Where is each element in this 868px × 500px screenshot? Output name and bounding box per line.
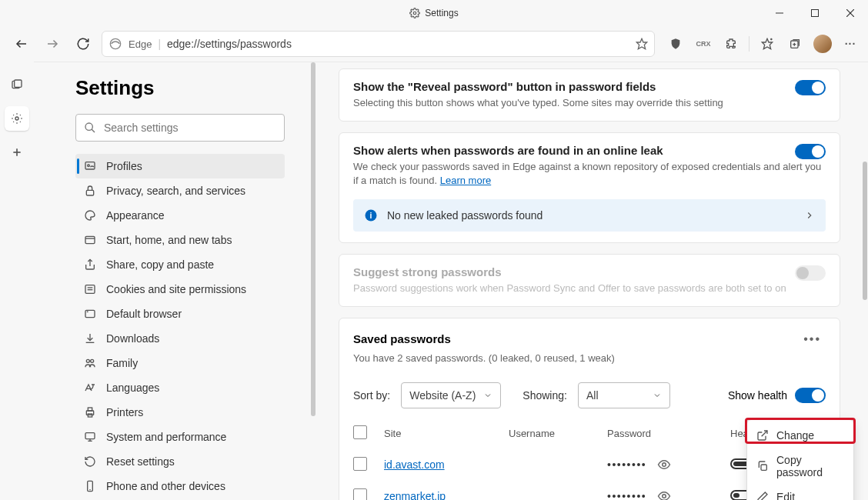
- extension-shield-icon[interactable]: [663, 32, 689, 56]
- row-checkbox[interactable]: [353, 457, 367, 471]
- profile-avatar[interactable]: [810, 32, 836, 56]
- toggle-show-health[interactable]: [795, 388, 826, 403]
- setting-desc: Password suggestions work when Password …: [353, 282, 826, 295]
- paint-icon: [83, 208, 97, 222]
- current-tab-icon[interactable]: [5, 106, 29, 131]
- sidebar-item-start[interactable]: Start, home, and new tabs: [75, 228, 285, 252]
- settings-content: Show the "Reveal password" button in pas…: [306, 62, 868, 500]
- download-icon: [83, 332, 97, 345]
- page-scrollbar[interactable]: [862, 162, 868, 454]
- reveal-icon[interactable]: [657, 489, 671, 500]
- search-input[interactable]: [104, 122, 276, 134]
- copy-icon: [756, 460, 769, 472]
- menu-edit[interactable]: Edit: [747, 485, 853, 500]
- favorites-icon[interactable]: [754, 32, 780, 56]
- setting-title: Suggest strong passwords: [353, 265, 826, 278]
- sidebar-item-privacy[interactable]: Privacy, search, and services: [75, 178, 285, 203]
- reset-icon: [83, 455, 97, 468]
- svg-marker-8: [636, 38, 646, 48]
- toggle-leak[interactable]: [795, 144, 826, 159]
- vertical-tab-strip: [0, 62, 34, 165]
- settings-sidebar: Settings Profiles Privacy, search, and s…: [34, 62, 306, 500]
- sidebar-item-label: Printers: [106, 406, 143, 418]
- sort-select[interactable]: Website (A-Z): [401, 382, 501, 408]
- svg-rect-37: [88, 408, 92, 411]
- sidebar-item-languages[interactable]: Languages: [75, 375, 285, 400]
- address-brand: Edge: [129, 38, 152, 50]
- showing-select[interactable]: All: [578, 382, 670, 408]
- back-button[interactable]: [9, 32, 34, 56]
- svg-text:i: i: [370, 210, 372, 219]
- col-site: Site: [384, 428, 506, 439]
- sidebar-item-profiles[interactable]: Profiles: [75, 154, 285, 178]
- language-icon: [83, 381, 97, 395]
- toolbar: Edge | edge://settings/passwords CRX ···: [0, 26, 868, 62]
- svg-point-35: [91, 359, 94, 362]
- lock-icon: [83, 184, 97, 198]
- sidebar-item-system[interactable]: System and performance: [75, 425, 285, 449]
- sidebar-item-label: Appearance: [106, 209, 165, 222]
- saved-summary: You have 2 saved passwords. (0 leaked, 0…: [339, 352, 840, 375]
- setting-leak-alerts: Show alerts when passwords are found in …: [339, 132, 840, 242]
- svg-line-21: [92, 129, 95, 132]
- sidebar-item-default[interactable]: Default browser: [75, 302, 285, 326]
- extension-crx-icon[interactable]: CRX: [690, 32, 716, 56]
- minimize-button[interactable]: [762, 0, 797, 26]
- svg-rect-16: [15, 80, 22, 87]
- address-bar[interactable]: Edge | edge://settings/passwords: [102, 31, 655, 57]
- password-mask: ••••••••: [607, 458, 646, 471]
- edge-logo-icon: [108, 37, 122, 51]
- learn-more-link[interactable]: Learn more: [440, 175, 491, 186]
- sidebar-item-appearance[interactable]: Appearance: [75, 203, 285, 228]
- setting-suggest-strong: Suggest strong passwords Password sugges…: [339, 254, 840, 307]
- svg-line-50: [762, 431, 767, 436]
- toggle-reveal[interactable]: [795, 80, 826, 95]
- password-mask: ••••••••: [607, 490, 646, 500]
- edit-icon: [756, 491, 769, 500]
- svg-point-48: [663, 463, 666, 467]
- collections-icon[interactable]: [782, 32, 808, 56]
- leak-info-bar[interactable]: i No new leaked passwords found: [353, 199, 826, 232]
- sidebar-item-label: Downloads: [106, 332, 159, 345]
- sidebar-item-phone[interactable]: Phone and other devices: [75, 474, 285, 498]
- reveal-icon[interactable]: [657, 458, 671, 472]
- chevron-right-icon: [804, 210, 815, 221]
- address-url: edge://settings/passwords: [167, 38, 292, 50]
- tab-actions-icon[interactable]: [5, 72, 29, 97]
- site-link[interactable]: zenmarket.jp: [384, 490, 446, 500]
- sidebar-item-label: System and performance: [106, 431, 226, 443]
- favorite-star-icon[interactable]: [636, 38, 648, 50]
- sidebar-item-cookies[interactable]: Cookies and site permissions: [75, 277, 285, 302]
- col-pass: Password: [607, 428, 727, 439]
- main-area: Settings Profiles Privacy, search, and s…: [34, 62, 868, 500]
- saved-more-menu[interactable]: •••: [799, 331, 826, 348]
- select-all-checkbox[interactable]: [353, 425, 367, 439]
- password-context-menu: Change Copy password Edit: [746, 419, 854, 500]
- extensions-icon[interactable]: [718, 32, 744, 56]
- chevron-down-icon: [483, 391, 492, 400]
- forward-button[interactable]: [40, 32, 65, 56]
- sidebar-item-label: Default browser: [106, 308, 182, 320]
- sidebar-item-label: Privacy, search, and services: [106, 185, 245, 197]
- setting-title: Show the "Reveal password" button in pas…: [353, 80, 826, 93]
- sidebar-item-reset[interactable]: Reset settings: [75, 449, 285, 474]
- refresh-button[interactable]: [71, 32, 95, 56]
- maximize-button[interactable]: [797, 0, 833, 26]
- sidebar-item-family[interactable]: Family: [75, 351, 285, 375]
- svg-point-23: [88, 165, 90, 167]
- menu-change[interactable]: Change: [747, 423, 853, 448]
- row-checkbox[interactable]: [353, 488, 367, 500]
- sidebar-item-printers[interactable]: Printers: [75, 400, 285, 425]
- setting-desc: We check your passwords saved in Edge ag…: [353, 160, 826, 188]
- close-button[interactable]: [833, 0, 868, 26]
- new-tab-icon[interactable]: [5, 140, 29, 165]
- site-link[interactable]: id.avast.com: [384, 458, 445, 471]
- sidebar-item-share[interactable]: Share, copy and paste: [75, 252, 285, 277]
- search-settings[interactable]: [75, 114, 285, 142]
- open-icon: [756, 429, 769, 442]
- more-menu-icon[interactable]: ···: [837, 32, 863, 56]
- sidebar-item-label: Profiles: [106, 160, 142, 172]
- svg-point-20: [85, 123, 92, 130]
- sidebar-item-downloads[interactable]: Downloads: [75, 326, 285, 351]
- menu-copy-password[interactable]: Copy password: [747, 448, 853, 485]
